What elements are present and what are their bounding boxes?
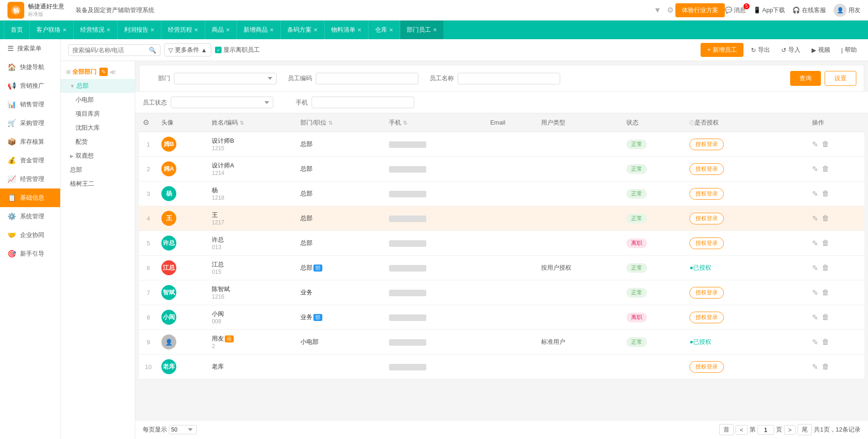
nav-item-customer[interactable]: 客户联络 ✕: [30, 21, 74, 39]
dept-tree-header[interactable]: ⊞ 全部部门 ✎ ≪: [61, 65, 135, 79]
sidebar-item-marketing[interactable]: 📢 营销推广: [0, 77, 60, 95]
edit-btn[interactable]: ✎: [812, 288, 818, 297]
row-auth-cell[interactable]: 授权登录: [686, 181, 780, 206]
col-name[interactable]: 姓名/编码 ⇅: [208, 113, 297, 132]
sidebar-item-system[interactable]: ⚙️ 系统管理: [0, 207, 60, 226]
message-icon[interactable]: 💬 消息 5: [725, 6, 746, 14]
search-input[interactable]: [72, 47, 147, 54]
search-btn[interactable]: 🔍: [149, 47, 156, 54]
row-auth-cell[interactable]: 授权登录: [686, 132, 780, 157]
dept-filter-select[interactable]: [174, 73, 277, 84]
page-input[interactable]: [757, 425, 774, 435]
sidebar-item-inventory[interactable]: 📦 库存核算: [0, 132, 60, 151]
dept-item-small-elec[interactable]: 小电部: [61, 93, 135, 107]
edit-btn[interactable]: ✎: [812, 264, 818, 272]
row-auth-cell[interactable]: 授权登录: [686, 206, 780, 231]
settings-gear-btn[interactable]: ⚙: [667, 6, 674, 14]
delete-btn[interactable]: 🗑: [822, 288, 829, 297]
dept-item-shenyang[interactable]: 沈阳大库: [61, 121, 135, 135]
online-service-btn[interactable]: 🎧 在线客服: [792, 6, 826, 14]
auth-login-btn[interactable]: 授权登录: [689, 287, 724, 299]
delete-btn[interactable]: 🗑: [822, 239, 829, 248]
edit-btn[interactable]: ✎: [812, 189, 818, 198]
delete-btn[interactable]: 🗑: [822, 140, 829, 149]
auth-login-btn[interactable]: 授权登录: [689, 312, 724, 323]
emp-name-input[interactable]: [458, 73, 560, 84]
col-dept[interactable]: 部门/职位 ⇅: [297, 113, 385, 132]
export-btn[interactable]: ↻ 导出: [747, 44, 774, 56]
nav-item-home[interactable]: 首页: [4, 21, 30, 39]
edit-btn[interactable]: ✎: [812, 338, 818, 347]
nav-item-bom[interactable]: 物料清单 ✕: [325, 21, 368, 39]
help-btn[interactable]: | 帮助: [838, 44, 861, 56]
sidebar-item-search[interactable]: ☰ 搜索菜单: [0, 39, 60, 58]
edit-btn[interactable]: ✎: [812, 239, 818, 248]
edit-btn[interactable]: ✎: [812, 140, 818, 149]
app-download-btn[interactable]: 📱 App下载: [753, 6, 785, 14]
auth-login-btn[interactable]: 授权登录: [689, 188, 724, 200]
nav-item-process[interactable]: 经营历程 ✕: [161, 21, 205, 39]
sidebar-item-finance[interactable]: 💰 资金管理: [0, 151, 60, 170]
edit-btn[interactable]: ✎: [812, 362, 818, 371]
row-auth-cell[interactable]: 授权登录: [686, 280, 780, 305]
row-auth-cell[interactable]: 授权登录: [686, 157, 780, 181]
emp-status-select[interactable]: [171, 97, 273, 108]
nav-item-barcode[interactable]: 条码方案 ✕: [281, 21, 325, 39]
sidebar-item-operation[interactable]: 📈 经营管理: [0, 170, 60, 188]
dept-item-zhishu[interactable]: 植树王二: [61, 177, 135, 191]
edit-btn[interactable]: ✎: [812, 214, 818, 223]
dept-item-general[interactable]: ▼总部: [61, 79, 135, 93]
dept-edit-btn[interactable]: ✎: [99, 68, 108, 76]
page-size-select[interactable]: 50: [169, 425, 197, 434]
dropdown-btn[interactable]: ▼: [654, 6, 661, 14]
nav-item-new-goods[interactable]: 新增商品 ✕: [237, 21, 281, 39]
edit-btn[interactable]: ✎: [812, 313, 818, 322]
nav-item-profit[interactable]: 利润报告 ✕: [118, 21, 161, 39]
dept-item-project-room[interactable]: 项目库房: [61, 107, 135, 121]
reset-btn[interactable]: 设置: [825, 71, 856, 86]
delete-btn[interactable]: 🗑: [822, 264, 829, 272]
next-page-btn[interactable]: >: [784, 425, 796, 435]
nav-item-business[interactable]: 经营情况 ✕: [74, 21, 118, 39]
row-auth-cell[interactable]: ●已授权: [686, 330, 780, 355]
sidebar-item-sales[interactable]: 📊 销售管理: [0, 95, 60, 114]
delete-btn[interactable]: 🗑: [822, 362, 829, 371]
sidebar-item-collab[interactable]: 🤝 企业协同: [0, 226, 60, 244]
more-filter-btn[interactable]: ▽ 更多条件 ▲: [164, 43, 211, 56]
sidebar-item-guide[interactable]: 🎯 新手引导: [0, 244, 60, 263]
video-btn[interactable]: ▶ 视频: [808, 44, 834, 56]
delete-btn[interactable]: 🗑: [822, 189, 829, 198]
row-auth-cell[interactable]: 授权登录: [686, 355, 780, 379]
dept-collapse-btn[interactable]: ≪: [110, 69, 116, 76]
auth-login-btn[interactable]: 授权登录: [689, 237, 724, 249]
emp-code-input[interactable]: [316, 73, 418, 84]
trial-button[interactable]: 体验行业方案: [675, 3, 725, 17]
dept-item-delivery[interactable]: 配货: [61, 135, 135, 149]
auth-login-btn[interactable]: 授权登录: [689, 139, 724, 150]
auth-login-btn[interactable]: 授权登录: [689, 163, 724, 175]
show-resigned-toggle[interactable]: ✓ 显示离职员工: [215, 46, 260, 54]
query-btn[interactable]: 查询: [790, 71, 821, 86]
nav-item-goods[interactable]: 商品 ✕: [205, 21, 237, 39]
column-settings-icon[interactable]: ⚙: [143, 118, 149, 126]
add-employee-btn[interactable]: + 新增员工: [701, 43, 743, 57]
sidebar-item-quicknav[interactable]: 🏠 快捷导航: [0, 58, 60, 77]
dept-item-zongbu[interactable]: 总部: [61, 163, 135, 177]
first-page-btn[interactable]: 首: [719, 424, 734, 435]
delete-btn[interactable]: 🗑: [822, 313, 829, 322]
nav-item-warehouse[interactable]: 仓库 ✕: [368, 21, 400, 39]
col-phone[interactable]: 手机 ⇅: [385, 113, 486, 132]
dept-item-shuanglu[interactable]: ▶双鹿想: [61, 149, 135, 163]
user-avatar[interactable]: 👤 用友: [833, 4, 861, 17]
auth-login-btn[interactable]: 授权登录: [689, 213, 724, 224]
row-auth-cell[interactable]: 授权登录: [686, 231, 780, 256]
sidebar-item-basic-info[interactable]: 📋 基础信息: [0, 188, 60, 207]
prev-page-btn[interactable]: <: [736, 425, 748, 435]
delete-btn[interactable]: 🗑: [822, 214, 829, 223]
delete-btn[interactable]: 🗑: [822, 338, 829, 347]
auth-login-btn[interactable]: 授权登录: [689, 361, 724, 373]
row-auth-cell[interactable]: ●已授权: [686, 256, 780, 280]
phone-input[interactable]: [312, 97, 414, 108]
edit-btn[interactable]: ✎: [812, 165, 818, 174]
import-btn[interactable]: ↺ 导入: [778, 44, 804, 56]
